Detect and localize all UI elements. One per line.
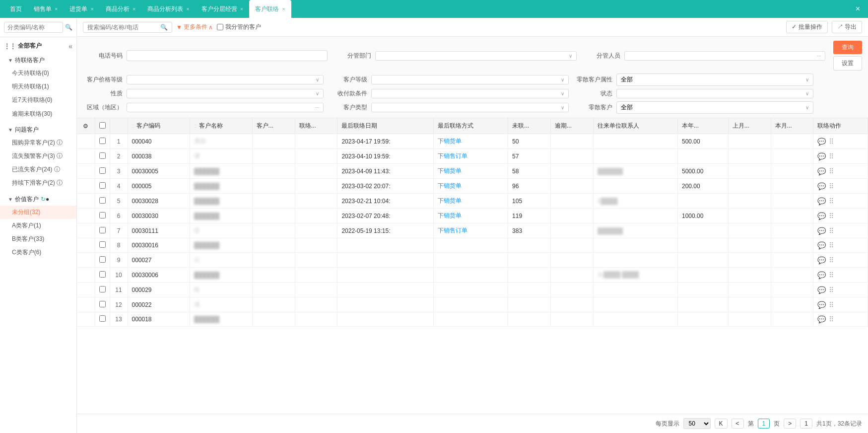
contact-action-icon[interactable]: 💬 xyxy=(817,182,826,190)
more-action-icon[interactable]: ⠿ xyxy=(829,227,834,235)
contact-action-icon[interactable]: 💬 xyxy=(817,138,826,145)
nature-select[interactable]: ∨ xyxy=(127,89,324,98)
more-action-icon[interactable]: ⠿ xyxy=(829,315,834,323)
row-select-checkbox[interactable] xyxy=(99,286,106,292)
sidebar-item-lost-customers[interactable]: 已流失客户(24) ⓘ xyxy=(0,163,76,176)
row-checkbox[interactable] xyxy=(95,209,110,223)
row-settings[interactable] xyxy=(77,209,95,223)
contact-type-link[interactable]: 下销货单 xyxy=(438,138,462,144)
category-pending-contact-header[interactable]: ▼ 待联络客户 xyxy=(0,54,76,67)
row-select-checkbox[interactable] xyxy=(99,167,106,174)
more-action-icon[interactable]: ⠿ xyxy=(829,197,834,205)
row-settings[interactable] xyxy=(77,149,95,164)
phone-input[interactable] xyxy=(127,50,328,61)
row-settings[interactable] xyxy=(77,297,95,312)
sidebar-search-input[interactable] xyxy=(4,22,63,33)
more-action-icon[interactable]: ⠿ xyxy=(829,301,834,309)
row-settings[interactable] xyxy=(77,179,95,194)
row-checkbox[interactable] xyxy=(95,134,110,149)
row-select-checkbox[interactable] xyxy=(99,212,106,218)
nav-customer-contact-close[interactable]: × xyxy=(282,6,285,12)
more-action-icon[interactable]: ⠿ xyxy=(829,182,834,190)
row-select-checkbox[interactable] xyxy=(99,138,106,144)
sidebar-item-hoarding-abnormal[interactable]: 囤购异常客户(2) ⓘ xyxy=(0,136,76,149)
row-checkbox[interactable] xyxy=(95,283,110,297)
payment-terms-select[interactable]: ∨ xyxy=(371,89,568,98)
contact-type-link[interactable]: 下销货单 xyxy=(438,182,462,189)
export-button[interactable]: ↗ 导出 xyxy=(832,21,862,33)
refresh-icon[interactable]: ↻ xyxy=(41,196,46,203)
sidebar-item-declining-customers[interactable]: 持续下滑客户(2) ⓘ xyxy=(0,176,76,190)
sidebar-item-today-pending[interactable]: 今天待联络(0) xyxy=(0,67,76,80)
filter-search-input[interactable] xyxy=(87,24,160,31)
sidebar-item-tomorrow-pending[interactable]: 明天待联络(1) xyxy=(0,80,76,93)
sidebar-item-b-class[interactable]: B类客户(33) xyxy=(0,232,76,246)
row-settings[interactable] xyxy=(77,194,95,209)
customer-level-select[interactable]: ∨ xyxy=(371,75,568,84)
contact-action-icon[interactable]: 💬 xyxy=(817,152,826,160)
row-select-checkbox[interactable] xyxy=(99,197,106,204)
contact-action-icon[interactable]: 💬 xyxy=(817,271,826,279)
more-action-icon[interactable]: ⠿ xyxy=(829,256,834,264)
col-customer-code[interactable]: ::客户编码 xyxy=(128,118,190,134)
col-customer-type[interactable]: 客户... xyxy=(252,118,295,134)
customer-type-select[interactable]: ∨ xyxy=(371,103,568,112)
contact-action-icon[interactable]: 💬 xyxy=(817,315,826,323)
sidebar-item-a-class[interactable]: A类客户(1) xyxy=(0,219,76,232)
select-all-checkbox[interactable] xyxy=(99,122,106,129)
collapse-sidebar-button[interactable]: « xyxy=(68,42,72,50)
nav-customer-contact[interactable]: 客户联络 × xyxy=(249,0,291,18)
manager-select[interactable]: ··· xyxy=(624,51,825,61)
more-action-icon[interactable]: ⠿ xyxy=(829,241,834,249)
more-action-icon[interactable]: ⠿ xyxy=(829,286,834,294)
row-settings[interactable] xyxy=(77,223,95,238)
contact-action-icon[interactable]: 💬 xyxy=(817,167,826,175)
row-select-checkbox[interactable] xyxy=(99,256,106,263)
col-last-month[interactable]: 上月... xyxy=(728,118,771,134)
sidebar-search-icon[interactable]: 🔍 xyxy=(65,24,72,31)
row-checkbox[interactable] xyxy=(95,312,110,327)
more-action-icon[interactable]: ⠿ xyxy=(829,152,834,160)
col-no-contact-days[interactable]: 未联... xyxy=(508,118,551,134)
sidebar-item-churn-warning[interactable]: 流失预警客户(3) ⓘ xyxy=(0,149,76,163)
contact-action-icon[interactable]: 💬 xyxy=(817,286,826,294)
col-this-year[interactable]: 本年... xyxy=(677,118,728,134)
my-customers-checkbox[interactable] xyxy=(217,24,223,30)
col-this-month[interactable]: 本月... xyxy=(771,118,813,134)
row-select-checkbox[interactable] xyxy=(99,182,106,189)
contact-action-icon[interactable]: 💬 xyxy=(817,301,826,309)
row-select-checkbox[interactable] xyxy=(99,271,106,278)
row-settings[interactable] xyxy=(77,134,95,149)
nav-product-analysis[interactable]: 商品分析 × xyxy=(100,0,141,18)
contact-type-link[interactable]: 下销货单 xyxy=(438,197,462,204)
row-checkbox[interactable] xyxy=(95,238,110,253)
nav-customer-segment[interactable]: 客户分层经营 × xyxy=(196,0,249,18)
row-settings[interactable] xyxy=(77,238,95,253)
col-customer-name[interactable]: ::客户名称 xyxy=(190,118,253,134)
nav-purchase-close[interactable]: × xyxy=(90,6,93,12)
dept-select[interactable]: ∨ xyxy=(375,51,576,61)
filter-search-icon[interactable]: 🔍 xyxy=(160,24,168,31)
more-action-icon[interactable]: ⠿ xyxy=(829,167,834,175)
row-checkbox[interactable] xyxy=(95,297,110,312)
row-settings[interactable] xyxy=(77,164,95,179)
contact-type-link[interactable]: 下销售订单 xyxy=(438,227,467,234)
filter-search-box[interactable]: 🔍 xyxy=(83,22,172,33)
scatter-customer-select[interactable]: 全部 ∨ xyxy=(616,101,813,114)
last-page-button[interactable]: 1 xyxy=(800,419,812,429)
row-checkbox[interactable] xyxy=(95,268,110,283)
row-settings[interactable] xyxy=(77,253,95,268)
nav-customer-segment-close[interactable]: × xyxy=(240,6,243,12)
row-checkbox[interactable] xyxy=(95,223,110,238)
region-select[interactable]: ··· xyxy=(127,103,324,112)
nav-home[interactable]: 首页 xyxy=(4,0,28,18)
per-page-select[interactable]: 50 20 100 xyxy=(683,418,711,429)
row-checkbox[interactable] xyxy=(95,194,110,209)
row-settings[interactable] xyxy=(77,268,95,283)
nav-sales-close[interactable]: × xyxy=(55,6,58,12)
status-select[interactable]: ∨ xyxy=(616,89,813,98)
row-checkbox[interactable] xyxy=(95,149,110,164)
row-select-checkbox[interactable] xyxy=(99,301,106,307)
reset-button[interactable]: 设置 xyxy=(833,56,862,71)
contact-type-link[interactable]: 下销售订单 xyxy=(438,152,467,159)
